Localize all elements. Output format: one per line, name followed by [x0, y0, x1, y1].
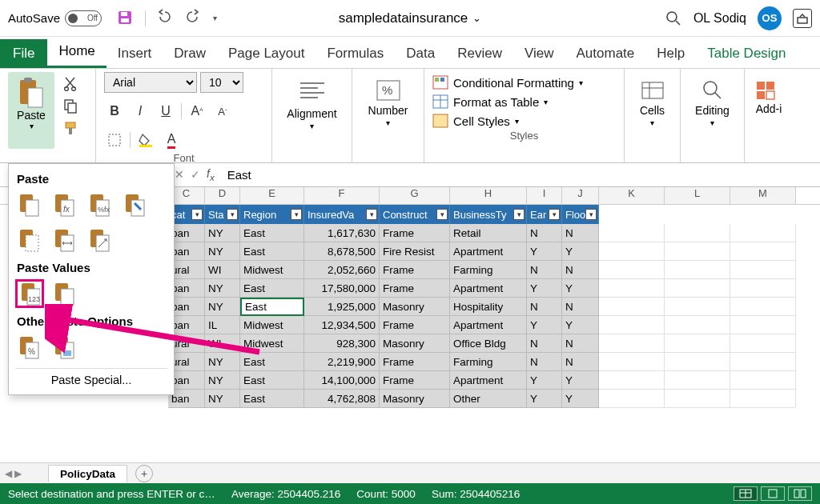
table-header-cell[interactable]: Construct▾ — [380, 205, 450, 224]
table-cell[interactable]: Apartment — [450, 242, 527, 261]
table-cell[interactable]: NY — [205, 279, 240, 298]
paste-special-button[interactable]: Paste Special... — [15, 368, 167, 391]
column-header[interactable]: G — [380, 187, 450, 204]
table-cell[interactable]: N — [562, 298, 599, 316]
underline-button[interactable]: U — [155, 101, 176, 122]
empty-cell[interactable] — [730, 298, 796, 316]
filter-dropdown-icon[interactable]: ▾ — [513, 209, 525, 220]
table-header-cell[interactable]: Region▾ — [240, 205, 304, 224]
table-cell[interactable]: Apartment — [450, 371, 527, 390]
cell-styles-button[interactable]: Cell Styles▾ — [432, 114, 616, 128]
table-cell[interactable]: Frame — [380, 279, 450, 298]
tab-review[interactable]: Review — [446, 39, 513, 68]
table-cell[interactable]: Y — [527, 279, 562, 298]
table-cell[interactable]: Midwest — [240, 261, 304, 279]
table-cell[interactable]: N — [527, 353, 562, 371]
empty-cell[interactable] — [665, 298, 730, 316]
table-cell[interactable]: 4,762,808 — [304, 390, 380, 408]
table-cell[interactable]: N — [562, 224, 599, 242]
table-cell[interactable]: Frame — [380, 316, 450, 334]
editing-icon[interactable] — [701, 78, 725, 102]
table-header-cell[interactable]: Floo▾ — [562, 205, 599, 224]
table-cell[interactable]: NY — [205, 390, 240, 408]
table-cell[interactable]: East — [240, 298, 304, 316]
empty-cell[interactable] — [599, 261, 665, 279]
table-cell[interactable]: N — [562, 334, 599, 353]
column-header[interactable]: M — [730, 187, 796, 204]
table-cell[interactable]: Y — [562, 371, 599, 390]
empty-cell[interactable] — [665, 279, 730, 298]
filter-dropdown-icon[interactable]: ▾ — [366, 209, 377, 220]
decrease-font-icon[interactable]: Aˇ — [212, 101, 233, 122]
table-cell[interactable]: Y — [562, 279, 599, 298]
table-cell[interactable]: N — [527, 298, 562, 316]
empty-cell[interactable] — [599, 390, 665, 408]
table-header-cell[interactable]: Sta▾ — [205, 205, 240, 224]
column-header[interactable]: K — [599, 187, 665, 204]
column-header[interactable]: J — [562, 187, 599, 204]
table-cell[interactable]: 2,219,900 — [304, 353, 380, 371]
empty-cell[interactable] — [730, 316, 796, 334]
paste-no-borders-icon[interactable] — [15, 226, 44, 254]
search-icon[interactable] — [665, 10, 682, 27]
redo-icon[interactable] — [184, 9, 203, 28]
table-cell[interactable]: Y — [562, 242, 599, 261]
user-avatar[interactable]: OS — [758, 6, 782, 30]
table-cell[interactable]: WI — [205, 261, 240, 279]
table-cell[interactable]: Midwest — [240, 334, 304, 353]
empty-cell[interactable] — [730, 242, 796, 261]
empty-cell[interactable] — [730, 390, 796, 408]
tab-insert[interactable]: Insert — [107, 39, 163, 68]
table-header-cell[interactable]: BusinessTy▾ — [450, 205, 527, 224]
table-cell[interactable]: Y — [527, 390, 562, 408]
column-header[interactable]: H — [450, 187, 527, 204]
paste-formulas-icon[interactable]: fx — [50, 190, 79, 219]
table-cell[interactable]: 12,934,500 — [304, 316, 380, 334]
table-cell[interactable]: Hospitality — [450, 298, 527, 316]
save-icon[interactable] — [116, 9, 135, 28]
table-cell[interactable]: N — [527, 224, 562, 242]
chevron-down-icon[interactable]: ▾ — [310, 122, 314, 130]
tab-help[interactable]: Help — [645, 39, 696, 68]
paste-formatting-icon[interactable]: % — [15, 333, 44, 362]
cut-icon[interactable] — [62, 75, 78, 91]
table-cell[interactable]: Y — [527, 242, 562, 261]
table-cell[interactable]: Other — [450, 390, 527, 408]
table-cell[interactable]: 1,925,000 — [304, 298, 380, 316]
view-page-layout-icon[interactable] — [761, 486, 785, 501]
empty-cell[interactable] — [730, 334, 796, 353]
table-cell[interactable]: Y — [527, 316, 562, 334]
table-cell[interactable]: East — [240, 390, 304, 408]
paste-formulas-number-icon[interactable]: %fx — [86, 190, 115, 219]
table-cell[interactable]: Frame — [380, 224, 450, 242]
filter-dropdown-icon[interactable]: ▾ — [549, 209, 560, 220]
paste-keep-formatting-icon[interactable] — [121, 190, 150, 219]
table-cell[interactable]: East — [240, 242, 304, 261]
table-cell[interactable]: Frame — [380, 353, 450, 371]
table-cell[interactable]: 2,052,660 — [304, 261, 380, 279]
table-cell[interactable]: NY — [205, 371, 240, 390]
borders-icon[interactable] — [104, 130, 125, 150]
tab-table-design[interactable]: Table Design — [696, 39, 797, 68]
paste-all-icon[interactable] — [15, 190, 44, 219]
table-cell[interactable]: Y — [562, 316, 599, 334]
format-as-table-button[interactable]: Format as Table▾ — [432, 94, 616, 109]
sheet-nav[interactable]: ◀ ▶ — [5, 468, 22, 479]
table-cell[interactable]: 17,580,000 — [304, 279, 380, 298]
paste-values-number-icon[interactable] — [50, 279, 79, 308]
table-cell[interactable]: Y — [527, 371, 562, 390]
tab-view[interactable]: View — [513, 39, 565, 68]
empty-cell[interactable] — [665, 242, 730, 261]
empty-cell[interactable] — [665, 261, 730, 279]
filter-dropdown-icon[interactable]: ▾ — [191, 209, 203, 220]
table-cell[interactable]: WI — [205, 334, 240, 353]
table-cell[interactable]: 1,617,630 — [304, 224, 380, 242]
table-header-cell[interactable]: Ear▾ — [527, 205, 562, 224]
table-cell[interactable]: N — [527, 261, 562, 279]
fx-icon[interactable]: fx — [207, 167, 215, 182]
empty-cell[interactable] — [599, 298, 665, 316]
autosave-toggle[interactable]: Off — [65, 10, 102, 26]
view-page-break-icon[interactable] — [788, 486, 812, 501]
table-cell[interactable]: NY — [205, 353, 240, 371]
ribbon-mode-icon[interactable] — [793, 9, 812, 28]
